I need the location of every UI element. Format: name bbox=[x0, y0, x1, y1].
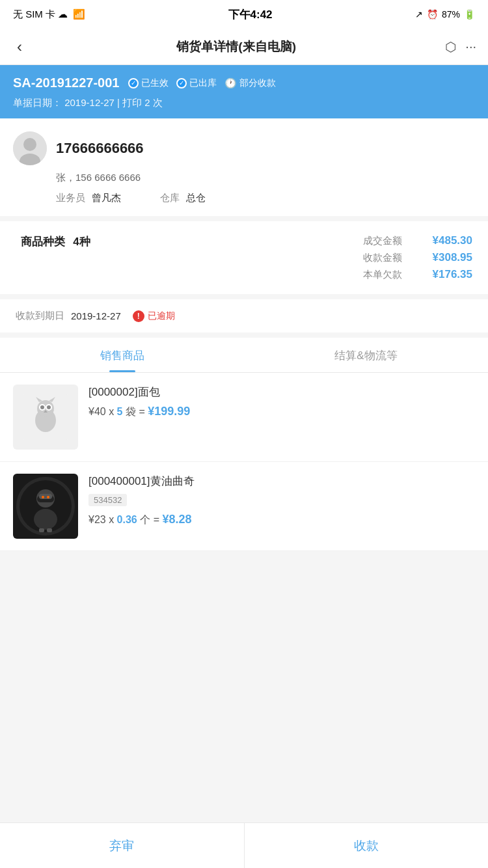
owed-row: 本单欠款 ¥176.35 bbox=[363, 268, 472, 281]
amount-value: ¥485.30 bbox=[414, 234, 472, 247]
product-thumb-2 bbox=[13, 474, 78, 539]
print-count: 2 bbox=[144, 97, 150, 108]
warehouse-label: 仓库 bbox=[160, 192, 180, 203]
summary-row: 商品种类 4种 成交金额 ¥485.30 收款金额 ¥308.95 本单欠款 ¥… bbox=[16, 234, 472, 281]
svg-rect-20 bbox=[39, 528, 44, 532]
svg-rect-21 bbox=[47, 528, 52, 532]
product-item-2: [000400001]黄油曲奇 534532 ¥23 x 0.36 个 = ¥8… bbox=[0, 462, 488, 551]
avatar-icon bbox=[13, 131, 47, 165]
summary-section: 商品种类 4种 成交金额 ¥485.30 收款金额 ¥308.95 本单欠款 ¥… bbox=[0, 221, 488, 294]
product-info-1: [0000002]面包 ¥40 x 5 袋 = ¥199.99 bbox=[88, 385, 475, 419]
customer-section: 17666666666 张，156 6666 6666 业务员 曾凡杰 仓库 总… bbox=[0, 118, 488, 216]
warehouse-meta: 仓库 总仓 bbox=[160, 192, 206, 204]
print-label: | 打印 bbox=[117, 97, 142, 108]
sales-label: 业务员 bbox=[56, 192, 85, 203]
badge-partial: 🕐 部分收款 bbox=[224, 77, 276, 89]
badge-active-label: 已生效 bbox=[141, 77, 169, 89]
product-info-2: [000400001]黄油曲奇 534532 ¥23 x 0.36 个 = ¥8… bbox=[88, 474, 475, 527]
svg-point-19 bbox=[47, 496, 49, 498]
warehouse-name: 总仓 bbox=[186, 192, 206, 203]
product-qty-2: 0.36 bbox=[117, 514, 137, 525]
doc-header-row1: SA-20191227-001 ✓ 已生效 ✓ 已出库 🕐 部分收款 bbox=[13, 75, 475, 90]
product-total-1: ¥199.99 bbox=[148, 405, 190, 418]
tab-settlement[interactable]: 结算&物流等 bbox=[244, 338, 488, 372]
sales-name: 曾凡杰 bbox=[92, 192, 121, 203]
cancel-button[interactable]: 弃审 bbox=[0, 823, 245, 868]
due-date: 2019-12-27 bbox=[71, 310, 121, 321]
tabs-row: 销售商品 结算&物流等 bbox=[0, 338, 488, 373]
date-label: 单据日期： bbox=[13, 97, 62, 108]
amount-row: 成交金额 ¥485.30 bbox=[363, 234, 472, 247]
overdue-text: 已逾期 bbox=[148, 310, 175, 322]
badge-partial-label: 部分收款 bbox=[239, 77, 276, 89]
product-price-val-1: ¥40 bbox=[88, 406, 106, 417]
svg-rect-17 bbox=[39, 494, 52, 499]
summary-left: 商品种类 4种 bbox=[16, 234, 90, 249]
battery-icon: 🔋 bbox=[464, 9, 475, 20]
product-unit-1: 袋 bbox=[126, 406, 136, 417]
svg-point-9 bbox=[47, 405, 51, 409]
bottom-bar: 弃审 收款 bbox=[0, 822, 488, 868]
type-label: 商品种类 bbox=[21, 236, 65, 248]
nav-actions: ⬡ ··· bbox=[445, 39, 476, 55]
wifi-icon: 📶 bbox=[73, 8, 85, 20]
customer-sub: 张，156 6666 6666 bbox=[13, 172, 475, 184]
avatar bbox=[13, 131, 47, 165]
share-button[interactable]: ⬡ bbox=[445, 39, 456, 55]
product-price-2: ¥23 x 0.36 个 = ¥8.28 bbox=[88, 513, 475, 527]
confirm-button[interactable]: 收款 bbox=[245, 823, 489, 868]
product-dark-img bbox=[20, 480, 72, 532]
print-suffix: 次 bbox=[153, 97, 163, 108]
clock-icon: 🕐 bbox=[224, 77, 237, 89]
page-title: 销货单详情(来自电脑) bbox=[27, 38, 445, 55]
sim-label: 无 SIM 卡 ☁ bbox=[13, 8, 68, 21]
tab-sales-products[interactable]: 销售商品 bbox=[0, 338, 244, 372]
customer-row1: 17666666666 bbox=[13, 131, 475, 165]
collected-row: 收款金额 ¥308.95 bbox=[363, 251, 472, 264]
product-equals-2: = bbox=[154, 514, 163, 525]
doc-header-row2: 单据日期： 2019-12-27 | 打印 2 次 bbox=[13, 97, 475, 109]
customer-meta: 业务员 曾凡杰 仓库 总仓 bbox=[13, 192, 475, 204]
doc-header: SA-20191227-001 ✓ 已生效 ✓ 已出库 🕐 部分收款 单据日期：… bbox=[0, 65, 488, 118]
product-title-2: [000400001]黄油曲奇 bbox=[88, 474, 475, 489]
badge-shipped: ✓ 已出库 bbox=[176, 77, 217, 89]
overdue-icon: ! bbox=[133, 310, 144, 322]
sales-meta: 业务员 曾凡杰 bbox=[56, 192, 121, 204]
type-count: 4种 bbox=[73, 236, 90, 248]
product-thumb-1 bbox=[13, 385, 78, 450]
product-total-2: ¥8.28 bbox=[162, 513, 191, 526]
due-label: 收款到期日 bbox=[16, 310, 64, 322]
product-list: [0000002]面包 ¥40 x 5 袋 = ¥199.99 bbox=[0, 373, 488, 551]
check-icon-1: ✓ bbox=[128, 78, 139, 88]
product-price-x-2: x bbox=[109, 514, 116, 525]
overdue-badge: ! 已逾期 bbox=[133, 310, 175, 322]
summary-right: 成交金额 ¥485.30 收款金额 ¥308.95 本单欠款 ¥176.35 bbox=[363, 234, 472, 281]
product-sku-2: 534532 bbox=[88, 494, 127, 506]
product-qty-1: 5 bbox=[117, 406, 123, 417]
product-item-1: [0000002]面包 ¥40 x 5 袋 = ¥199.99 bbox=[0, 373, 488, 462]
status-left: 无 SIM 卡 ☁ 📶 bbox=[13, 8, 85, 21]
more-button[interactable]: ··· bbox=[465, 39, 476, 54]
battery-percent: 87% bbox=[442, 9, 460, 20]
collected-label: 收款金额 bbox=[363, 252, 402, 264]
due-section: 收款到期日 2019-12-27 ! 已逾期 bbox=[0, 299, 488, 332]
customer-phone: 17666666666 bbox=[56, 140, 144, 157]
check-icon-2: ✓ bbox=[176, 78, 187, 88]
status-time: 下午4:42 bbox=[228, 7, 273, 22]
product-price-val-2: ¥23 bbox=[88, 514, 106, 525]
doc-badges: ✓ 已生效 ✓ 已出库 🕐 部分收款 bbox=[128, 77, 276, 89]
product-image-1 bbox=[23, 394, 68, 440]
nav-bar: ‹ 销货单详情(来自电脑) ⬡ ··· bbox=[0, 29, 488, 65]
badge-active: ✓ 已生效 bbox=[128, 77, 169, 89]
product-price-1: ¥40 x 5 袋 = ¥199.99 bbox=[88, 405, 475, 419]
product-unit-2: 个 bbox=[140, 514, 150, 525]
owed-value: ¥176.35 bbox=[414, 268, 472, 281]
doc-id: SA-20191227-001 bbox=[13, 75, 119, 90]
svg-point-15 bbox=[34, 509, 57, 530]
product-title-1: [0000002]面包 bbox=[88, 385, 475, 400]
svg-point-1 bbox=[23, 138, 36, 151]
svg-point-8 bbox=[40, 405, 44, 409]
product-image-2 bbox=[16, 477, 75, 536]
back-button[interactable]: ‹ bbox=[12, 33, 27, 61]
product-price-x-1: x bbox=[109, 406, 116, 417]
